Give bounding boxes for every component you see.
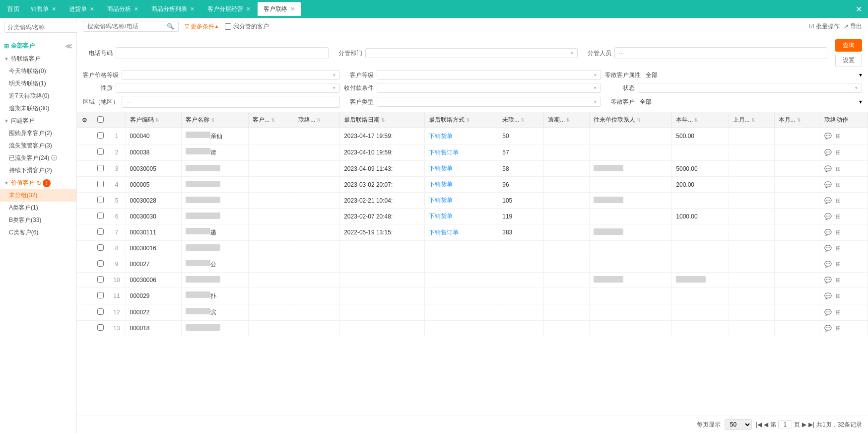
next-page-btn[interactable]: ▶ [802,421,806,428]
td-checkbox[interactable] [93,321,108,336]
td-checkbox[interactable] [93,304,108,321]
td-checkbox[interactable] [93,224,108,241]
td-checkbox[interactable] [93,241,108,256]
td-checkbox[interactable] [93,161,108,177]
td-checkbox[interactable] [93,288,108,304]
td-checkbox[interactable] [93,144,108,161]
td-checkbox[interactable] [93,209,108,224]
chat-icon[interactable]: 💬 [824,229,832,236]
last-method-link[interactable]: 下销售订单 [429,229,459,236]
row-checkbox[interactable] [97,228,104,235]
tab-close-analysis-list[interactable]: ✕ [190,6,195,12]
chat-icon[interactable]: 💬 [824,181,832,188]
tab-home[interactable]: 首页 [2,4,25,13]
th-code[interactable]: 客户编码⇅ [126,112,182,128]
th-type[interactable]: 客户...⇅ [249,112,294,128]
row-checkbox[interactable] [97,132,104,139]
last-page-btn[interactable]: ▶| [808,421,814,428]
current-page-input[interactable]: 1 [778,420,792,429]
status-select[interactable]: ▾ [638,83,862,93]
row-checkbox[interactable] [97,276,104,283]
th-last-date[interactable]: 最后联络日期⇅ [340,112,425,128]
chat-icon[interactable]: 💬 [824,149,832,156]
last-method-link[interactable]: 下销货单 [429,133,453,140]
sidebar-item-hoarding[interactable]: 囤购异常客户(2) [0,127,76,140]
grid-action-icon[interactable]: ⊞ [836,181,841,188]
grid-action-icon[interactable]: ⊞ [836,245,841,252]
td-checkbox[interactable] [93,128,108,144]
grid-action-icon[interactable]: ⊞ [836,133,841,140]
price-grade-select[interactable]: ▾ [122,70,340,80]
chat-icon[interactable]: 💬 [824,197,832,204]
row-checkbox[interactable] [97,181,104,187]
sidebar-collapse-btn[interactable]: ≪ [65,42,72,50]
th-this-year[interactable]: 本年...⇅ [672,112,729,128]
row-checkbox[interactable] [97,148,104,155]
row-checkbox[interactable] [97,324,104,331]
row-checkbox[interactable] [97,197,104,203]
filter-more-btn[interactable]: ▽ 更多条件 ▲ [185,22,219,31]
sidebar-item-overdue[interactable]: 逾期未联络(30) [0,102,76,115]
chat-icon[interactable]: 💬 [824,292,832,299]
th-checkbox[interactable] [93,112,108,128]
filter-search-input[interactable] [87,23,167,30]
td-checkbox[interactable] [93,193,108,209]
last-method-link[interactable]: 下销货单 [429,213,453,219]
query-button[interactable]: 查询 [835,39,862,52]
grid-action-icon[interactable]: ⊞ [836,325,841,332]
region-select[interactable]: ··· [122,96,340,108]
export-btn[interactable]: ↗ 导出 [844,22,862,31]
sidebar-group-value[interactable]: ▼ 价值客户 ↻ ! [0,177,76,189]
row-checkbox[interactable] [97,292,104,298]
cust-grade-select[interactable]: ▾ [377,70,601,80]
tab-analysis[interactable]: 商品分析 ✕ [101,2,144,16]
grid-action-icon[interactable]: ⊞ [836,292,841,299]
row-checkbox[interactable] [97,260,104,267]
batch-operation-btn[interactable]: ☑ 批量操作 [809,22,840,31]
grid-action-icon[interactable]: ⊞ [836,229,841,236]
filter-my-customers[interactable]: 我分管的客户 [225,22,269,31]
chat-icon[interactable]: 💬 [824,261,832,268]
cust-type-select[interactable]: ▾ [377,97,601,107]
sidebar-item-ungroup[interactable]: 未分组(32) [0,189,76,202]
sidebar-item-today[interactable]: 今天待联络(0) [0,65,76,77]
grid-action-icon[interactable]: ⊞ [836,197,841,204]
chat-icon[interactable]: 💬 [824,309,832,316]
tab-sales[interactable]: 销售单 ✕ [25,2,62,16]
sidebar-item-churned[interactable]: 已流失客户(24) ⓘ [0,152,76,164]
td-checkbox[interactable] [93,256,108,273]
tab-close-purchase[interactable]: ✕ [90,6,94,12]
dept-select[interactable]: ▾ [365,48,578,58]
tab-close-sales[interactable]: ✕ [52,6,56,12]
chat-icon[interactable]: 💬 [824,325,832,332]
tab-customer-segment[interactable]: 客户分层经营 ✕ [201,2,257,16]
tab-purchase[interactable]: 进货单 ✕ [63,2,100,16]
chat-icon[interactable]: 💬 [824,213,832,220]
sidebar-all-customers[interactable]: ⊞ 全部客户 ≪ [0,39,76,53]
manager-select[interactable]: ··· [614,47,827,59]
grid-action-icon[interactable]: ⊞ [836,261,841,268]
payment-select[interactable]: ▾ [377,83,601,93]
td-checkbox[interactable] [93,273,108,288]
td-checkbox[interactable] [93,177,108,193]
sidebar-item-churn-warning[interactable]: 流失预警客户(3) [0,140,76,152]
th-person[interactable]: 往来单位联系人⇅ [590,112,672,128]
nav-close-btn[interactable]: ✕ [852,4,866,14]
sidebar-item-class-b[interactable]: B类客户(33) [0,214,76,226]
th-this-month[interactable]: 本月...⇅ [774,112,820,128]
th-contact[interactable]: 联络...⇅ [294,112,340,128]
prev-page-btn[interactable]: ◀ [764,421,768,428]
tab-close-analysis[interactable]: ✕ [134,6,138,12]
th-last-method[interactable]: 最后联络方式⇅ [424,112,498,128]
row-checkbox[interactable] [97,213,104,219]
reset-button[interactable]: 设置 [835,54,862,67]
tab-customer-contact[interactable]: 客户联络 ✕ [258,2,301,16]
sidebar-item-7days[interactable]: 近7天待联络(0) [0,90,76,102]
row-checkbox[interactable] [97,244,104,251]
last-method-link[interactable]: 下销货单 [429,197,453,204]
sidebar-item-declining[interactable]: 持续下滑客户(2) [0,164,76,177]
sidebar-search-input[interactable] [4,22,85,33]
grid-action-icon[interactable]: ⊞ [836,165,841,172]
chat-icon[interactable]: 💬 [824,133,832,140]
per-page-select[interactable]: 50 100 200 [725,419,752,430]
